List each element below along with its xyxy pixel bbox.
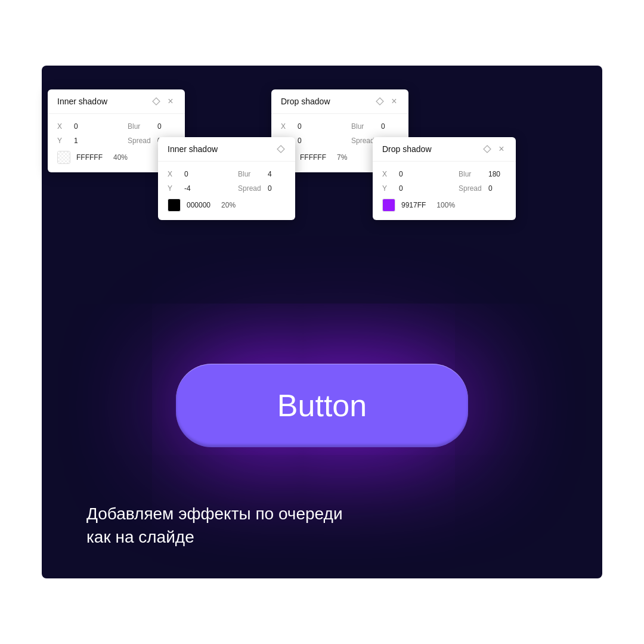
diamond-icon-3[interactable]: [276, 144, 286, 154]
blur-label-2: Blur: [351, 122, 381, 131]
color-swatch-1[interactable]: [57, 151, 70, 164]
spread-label-4: Spread: [459, 184, 488, 193]
y-value-1: 1: [74, 137, 92, 145]
blur-label-3: Blur: [238, 170, 268, 178]
color-alpha-3: 20%: [221, 201, 236, 209]
panel-drop-shadow-2: Drop shadow × X 0 Blur 180 Y 0 Spread: [373, 137, 516, 220]
blur-label-4: Blur: [459, 170, 488, 178]
diamond-icon-1[interactable]: [151, 97, 161, 106]
y-value-4: 0: [399, 184, 417, 193]
button-area: Button: [42, 364, 602, 447]
x-label-3: X: [168, 170, 184, 178]
y-label-1: Y: [57, 137, 74, 145]
spread-label-1: Spread: [128, 137, 157, 145]
x-label-4: X: [382, 170, 399, 178]
bottom-text-line2: как на слайде: [86, 525, 343, 549]
color-hex-4: 9917FF: [401, 201, 426, 209]
panel-title-drop-shadow-1: Drop shadow: [281, 97, 330, 106]
panel-title-inner-shadow-2: Inner shadow: [168, 144, 218, 154]
spread-value-3: 0: [268, 184, 286, 193]
demo-button[interactable]: Button: [176, 364, 468, 447]
bottom-text: Добавляем эффекты по очереди как на слай…: [86, 502, 343, 549]
y-value-3: -4: [184, 184, 202, 193]
diamond-icon-2[interactable]: [375, 97, 385, 106]
blur-value-4: 180: [488, 170, 506, 178]
y-label-3: Y: [168, 184, 184, 193]
color-alpha-2: 7%: [337, 153, 347, 162]
spread-value-4: 0: [488, 184, 506, 193]
diamond-icon-4[interactable]: [482, 144, 492, 154]
color-swatch-4[interactable]: [382, 199, 395, 212]
panel-title-drop-shadow-2: Drop shadow: [382, 144, 432, 154]
spread-label-3: Spread: [238, 184, 268, 193]
blur-value-2: 0: [381, 122, 399, 131]
color-swatch-3[interactable]: [168, 199, 181, 212]
bottom-text-line1: Добавляем эффекты по очереди: [86, 502, 343, 525]
x-value-2: 0: [298, 122, 315, 131]
y-value-2: 0: [298, 137, 315, 145]
color-alpha-4: 100%: [436, 201, 455, 209]
x-value-1: 0: [74, 122, 92, 131]
y-label-4: Y: [382, 184, 399, 193]
color-hex-2: FFFFFF: [300, 153, 326, 162]
close-icon-2[interactable]: ×: [389, 97, 399, 106]
panel-inner-shadow-2: Inner shadow X 0 Blur 4 Y -4 Spread 0: [158, 137, 295, 220]
close-icon-4[interactable]: ×: [497, 144, 506, 154]
panel-title-inner-shadow-1: Inner shadow: [57, 97, 107, 106]
x-value-4: 0: [399, 170, 417, 178]
x-value-3: 0: [184, 170, 202, 178]
blur-label-1: Blur: [128, 122, 157, 131]
x-label-1: X: [57, 122, 74, 131]
color-hex-1: FFFFFF: [76, 153, 103, 162]
close-icon-1[interactable]: ×: [166, 97, 175, 106]
outer-container: Inner shadow × X 0 Blur 0 Y 1 Spread: [42, 66, 602, 578]
blur-value-3: 4: [268, 170, 286, 178]
color-alpha-1: 40%: [113, 153, 128, 162]
x-label-2: X: [281, 122, 298, 131]
blur-value-1: 0: [157, 122, 175, 131]
color-hex-3: 000000: [187, 201, 210, 209]
